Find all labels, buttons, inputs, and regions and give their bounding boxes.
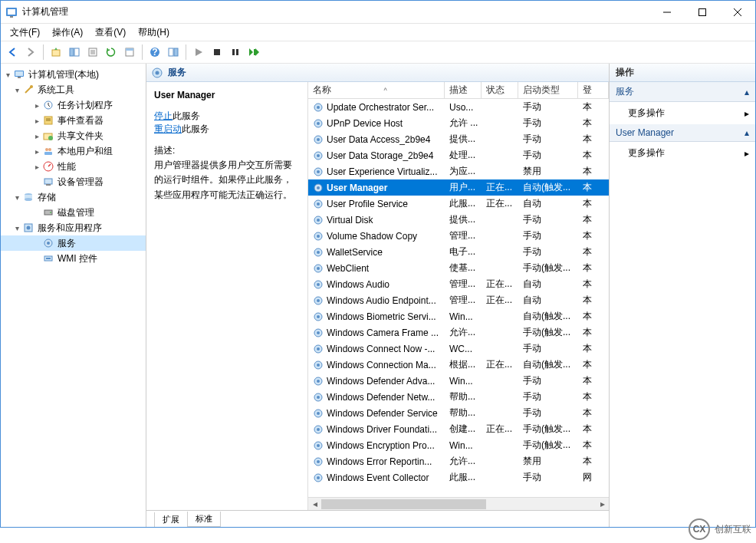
actions-more-2[interactable]: 更多操作 ▸: [610, 142, 755, 164]
service-row[interactable]: User Data Access_2b9e4提供...手动本: [308, 131, 609, 147]
gear-icon: [313, 295, 324, 306]
actions-section-services[interactable]: 服务 ▴: [610, 82, 755, 102]
tree-services-apps[interactable]: ▾ 服务和应用程序: [1, 220, 146, 235]
properties-button[interactable]: [121, 44, 138, 61]
chevron-icon[interactable]: ▾: [2, 71, 13, 79]
service-row[interactable]: WebClient使基...手动(触发...本: [308, 260, 609, 276]
service-row[interactable]: Windows Driver Foundati...创建...正在...手动(触…: [308, 421, 609, 437]
close-button[interactable]: [720, 1, 755, 24]
service-row[interactable]: Virtual Disk提供...手动本: [308, 212, 609, 228]
col-status[interactable]: 状态: [482, 82, 518, 98]
tab-standard[interactable]: 标准: [187, 512, 221, 527]
tree-root[interactable]: ▾ 计算机管理(本地): [1, 67, 146, 82]
menu-help[interactable]: 帮助(H): [132, 25, 176, 41]
service-row[interactable]: User Data Storage_2b9e4处理...手动本: [308, 147, 609, 163]
clock-icon: [42, 99, 54, 111]
service-row[interactable]: User Experience Virtualiz...为应...禁用本: [308, 163, 609, 179]
back-button[interactable]: [4, 44, 21, 61]
refresh-button[interactable]: [103, 44, 120, 61]
svg-rect-8: [70, 48, 74, 56]
tree-local-users[interactable]: ▸ 本地用户和组: [1, 143, 146, 159]
service-row[interactable]: WalletService电子...手动本: [308, 244, 609, 260]
service-description: 用户管理器提供多用户交互所需要的运行时组件。如果停止此服务，某些应用程序可能无法…: [154, 158, 300, 202]
col-logon[interactable]: 登: [578, 82, 609, 98]
service-row[interactable]: User Profile Service此服...正在...自动本: [308, 196, 609, 212]
service-row[interactable]: Windows Camera Frame ...允许...手动(触发...本: [308, 324, 609, 341]
service-row[interactable]: Windows Encryption Pro...Win...手动(触发...本: [308, 437, 609, 453]
service-row[interactable]: Windows Error Reportin...允许...禁用本: [308, 453, 609, 469]
service-row[interactable]: User Manager用户...正在...自动(触发...本: [308, 179, 609, 196]
chevron-icon[interactable]: ▸: [31, 132, 42, 140]
show-hide-action-button[interactable]: [165, 44, 182, 61]
cell-desc: Uso...: [445, 100, 482, 114]
tree-storage[interactable]: ▾ 存储: [1, 189, 146, 205]
forward-button[interactable]: [22, 44, 39, 61]
cell-desc: 允许...: [445, 324, 482, 341]
chevron-icon[interactable]: ▸: [31, 101, 42, 110]
chevron-icon[interactable]: ▸: [31, 163, 42, 171]
restart-link[interactable]: 重启动: [154, 123, 182, 134]
service-row[interactable]: Windows Defender Service帮助...手动本: [308, 405, 609, 421]
chevron-icon[interactable]: ▾: [12, 224, 22, 232]
tree-performance[interactable]: ▸ 性能: [1, 159, 146, 174]
chevron-icon[interactable]: ▾: [12, 193, 22, 202]
tree-shared-folders[interactable]: ▸ 共享文件夹: [1, 128, 146, 143]
chevron-icon[interactable]: ▸: [31, 117, 42, 125]
service-row[interactable]: Windows Connection Ma...根据...正在...自动(触发.…: [308, 357, 609, 373]
menu-view[interactable]: 查看(V): [89, 25, 132, 41]
cell-name: Windows Error Reportin...: [308, 455, 445, 469]
tree-device-manager[interactable]: 设备管理器: [1, 174, 146, 189]
horizontal-scrollbar[interactable]: ◂ ▸: [308, 497, 609, 510]
service-row[interactable]: Windows Connect Now -...WC...手动本: [308, 341, 609, 357]
svg-point-71: [317, 219, 320, 222]
service-row[interactable]: Update Orchestrator Ser...Uso...手动本: [308, 99, 609, 115]
toolbar-separator: [43, 44, 44, 60]
help-button[interactable]: ?: [146, 44, 163, 61]
pause-service-button[interactable]: [227, 44, 244, 61]
gear-icon: [313, 408, 324, 419]
service-row[interactable]: Windows Biometric Servi...Win...自动(触发...…: [308, 308, 609, 324]
tree-task-scheduler[interactable]: ▸ 任务计划程序: [1, 97, 146, 113]
stop-service-button[interactable]: [209, 44, 225, 61]
tree-services[interactable]: 服务: [1, 235, 146, 251]
menu-action[interactable]: 操作(A): [46, 25, 89, 41]
minimize-button[interactable]: [649, 1, 685, 24]
scroll-left-icon[interactable]: ◂: [308, 499, 321, 509]
export-button[interactable]: [84, 44, 101, 61]
actions-more-1[interactable]: 更多操作 ▸: [610, 102, 755, 124]
cell-logon: 本: [578, 276, 609, 292]
folder-share-icon: [42, 130, 54, 142]
show-hide-tree-button[interactable]: [66, 44, 83, 61]
service-row[interactable]: Windows Event Collector此服...手动网: [308, 469, 609, 485]
service-row[interactable]: UPnP Device Host允许 ...手动本: [308, 115, 609, 131]
service-row[interactable]: Windows Defender Netw...帮助...手动本: [308, 389, 609, 405]
tab-extended[interactable]: 扩展: [154, 512, 188, 527]
svg-rect-7: [52, 50, 60, 56]
chevron-icon[interactable]: ▸: [31, 147, 42, 156]
chevron-icon[interactable]: ▾: [12, 86, 22, 94]
cell-status: 正在...: [482, 292, 518, 308]
actions-section-selected[interactable]: User Manager ▴: [610, 124, 755, 142]
restart-service-button[interactable]: [245, 44, 262, 61]
scroll-right-icon[interactable]: ▸: [596, 499, 609, 509]
maximize-button[interactable]: [685, 1, 720, 24]
service-row[interactable]: Windows Audio管理...正在...自动本: [308, 276, 609, 292]
scroll-track[interactable]: [321, 498, 596, 510]
service-row[interactable]: Windows Audio Endpoint...管理...正在...自动本: [308, 292, 609, 308]
scroll-thumb[interactable]: [321, 499, 486, 509]
tree-event-viewer[interactable]: ▸ 事件查看器: [1, 113, 146, 128]
submenu-arrow-icon: ▸: [744, 108, 749, 119]
stop-link[interactable]: 停止: [154, 110, 173, 121]
col-name[interactable]: 名称^: [308, 82, 445, 98]
tree-system-tools[interactable]: ▾ 系统工具: [1, 82, 146, 97]
col-desc[interactable]: 描述: [445, 82, 482, 98]
service-row[interactable]: Windows Defender Adva...Win...手动本: [308, 373, 609, 389]
menu-file[interactable]: 文件(F): [4, 25, 46, 41]
col-startup[interactable]: 启动类型: [518, 82, 578, 98]
list-rows[interactable]: Update Orchestrator Ser...Uso...手动本UPnP …: [308, 99, 609, 497]
start-service-button[interactable]: [190, 44, 207, 61]
tree-disk-mgmt[interactable]: 磁盘管理: [1, 205, 146, 220]
up-button[interactable]: [48, 44, 64, 61]
service-row[interactable]: Volume Shadow Copy管理...手动本: [308, 228, 609, 244]
tree-wmi[interactable]: WMI 控件: [1, 251, 146, 266]
